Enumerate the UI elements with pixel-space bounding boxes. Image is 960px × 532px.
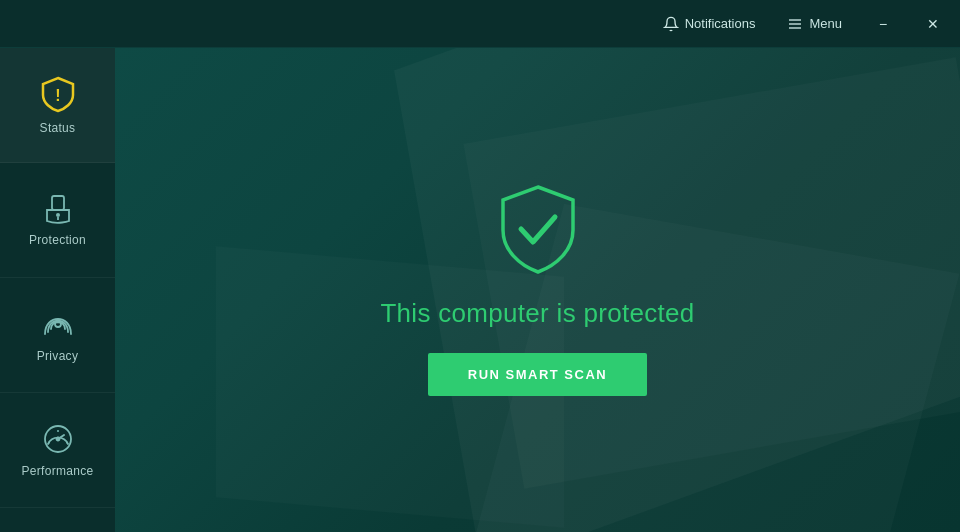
- run-smart-scan-button[interactable]: RUN SMART SCAN: [428, 353, 647, 396]
- titlebar: Notifications Menu − ✕: [0, 0, 960, 48]
- sidebar-item-privacy[interactable]: Privacy: [0, 278, 115, 393]
- content-center: This computer is protected RUN SMART SCA…: [380, 184, 694, 396]
- svg-point-10: [56, 438, 59, 441]
- sidebar-item-status-label: Status: [40, 121, 76, 135]
- titlebar-actions: Notifications Menu − ✕: [657, 9, 948, 39]
- close-icon: ✕: [927, 16, 939, 32]
- svg-point-5: [56, 213, 60, 217]
- main-content: This computer is protected RUN SMART SCA…: [115, 48, 960, 532]
- menu-label: Menu: [809, 16, 842, 31]
- protection-icon: [42, 193, 74, 225]
- shield-check-icon: [493, 182, 583, 277]
- sidebar-item-status[interactable]: ! Status: [0, 48, 115, 163]
- status-text: This computer is protected: [380, 298, 694, 329]
- sidebar-item-protection[interactable]: Protection: [0, 163, 115, 278]
- sidebar: ! Status Protection Privacy: [0, 48, 115, 532]
- protected-shield: [493, 184, 583, 274]
- status-icon: !: [39, 75, 77, 113]
- close-button[interactable]: ✕: [918, 9, 948, 39]
- menu-button[interactable]: Menu: [781, 12, 848, 36]
- sidebar-item-performance[interactable]: Performance: [0, 393, 115, 508]
- notifications-button[interactable]: Notifications: [657, 12, 762, 36]
- svg-rect-4: [52, 196, 64, 210]
- svg-text:!: !: [55, 87, 60, 104]
- sidebar-item-privacy-label: Privacy: [37, 349, 78, 363]
- minimize-button[interactable]: −: [868, 9, 898, 39]
- minimize-icon: −: [879, 16, 887, 32]
- notifications-label: Notifications: [685, 16, 756, 31]
- performance-icon: [41, 422, 75, 456]
- privacy-icon: [41, 307, 75, 341]
- menu-icon: [787, 16, 803, 32]
- sidebar-item-protection-label: Protection: [29, 233, 86, 247]
- app-body: ! Status Protection Privacy: [0, 48, 960, 532]
- bell-icon: [663, 16, 679, 32]
- sidebar-item-performance-label: Performance: [22, 464, 94, 478]
